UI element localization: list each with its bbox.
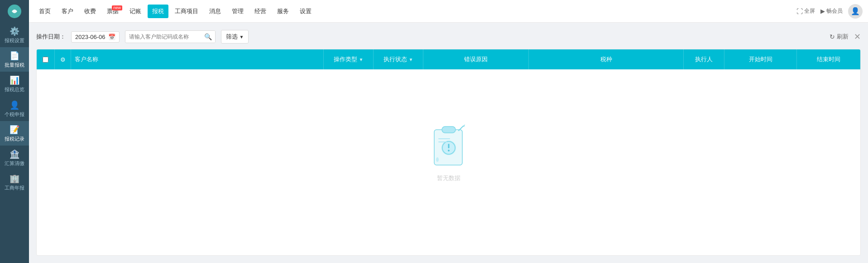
calendar-icon: 📅 (108, 34, 115, 40)
empty-text: 暂无数据 (437, 174, 460, 182)
nav-guanli[interactable]: 管理 (227, 5, 248, 18)
nav-xiaoxi[interactable]: 消息 (205, 5, 225, 18)
table-header: ⚙ 客户名称 操作类型 ▼ 执行状态 ▼ 错误原因 税种 (37, 49, 860, 69)
sidebar-item-geshuishenbao-label: 个税申报 (5, 112, 24, 117)
nav-baoshui[interactable]: 报税 (148, 5, 168, 18)
topnav: 首页 客户 收费 票据 new 记账 报税 工商项目 消息 管理 经营 服务 设… (29, 0, 868, 23)
refresh-button[interactable]: ↻ 刷新 (830, 33, 849, 41)
topnav-right: ⛶ 全屏 ▶ 畅会员 👤 (796, 4, 863, 19)
close-button[interactable]: ✕ (854, 33, 861, 41)
sidebar-item-baoshuishezhi-label: 报税设置 (5, 38, 24, 44)
th-checkbox[interactable] (37, 49, 55, 69)
svg-rect-2 (442, 127, 456, 133)
nav-piao[interactable]: 票据 new (102, 5, 123, 18)
filter-label: 筛选 (226, 33, 238, 41)
empty-illustration: 暂无数据 (426, 120, 471, 182)
sidebar-item-huisuanqingshu-label: 汇算清缴 (5, 161, 24, 166)
search-button[interactable]: 🔍 (201, 31, 216, 43)
gear-icon: ⚙ (60, 56, 66, 63)
filter-chevron-icon: ▼ (240, 34, 244, 39)
sidebar-item-gongshangnianba[interactable]: 🏢 工商年报 (0, 170, 29, 195)
geshuishenbao-icon: 👤 (10, 100, 19, 110)
member-btn[interactable]: ▶ 畅会员 (820, 7, 843, 15)
sidebar-item-baoshuishezhi[interactable]: ⚙️ 报税设置 (0, 23, 29, 47)
sidebar-item-gongshangnianba-label: 工商年报 (5, 185, 24, 191)
nav-shezhi[interactable]: 设置 (295, 5, 316, 18)
date-label: 操作日期： (36, 33, 66, 41)
piliangshuibao-icon: 📄 (10, 51, 19, 61)
filter-button[interactable]: 筛选 ▼ (221, 30, 249, 44)
svg-rect-5 (448, 144, 449, 148)
nav-shouye[interactable]: 首页 (34, 5, 55, 18)
sidebar-item-baoshuijilu[interactable]: 📝 报税记录 (0, 121, 29, 146)
th-errorreason: 错误原因 (423, 49, 529, 69)
content-area: 操作日期： 2023-06-06 📅 🔍 筛选 ▼ ↻ 刷新 ✕ (29, 23, 868, 263)
sidebar-item-baoshuizonglan-label: 报税总览 (5, 87, 24, 93)
piao-badge: new (112, 5, 122, 10)
fullscreen-btn[interactable]: ⛶ 全屏 (796, 7, 815, 15)
nav-gongshangxiangmu[interactable]: 工商项目 (170, 5, 203, 18)
baoshuijilu-icon: 📝 (10, 125, 19, 135)
avatar-icon: 👤 (851, 7, 860, 15)
toolbar-right: ↻ 刷新 ✕ (830, 33, 861, 41)
svg-marker-10 (463, 124, 465, 127)
th-taxtype: 税种 (529, 49, 684, 69)
table-body: 暂无数据 (37, 69, 860, 233)
main-container: 首页 客户 收费 票据 new 记账 报税 工商项目 消息 管理 经营 服务 设… (29, 0, 868, 263)
nav-jizhang[interactable]: 记账 (125, 5, 146, 18)
nav-fuwu[interactable]: 服务 (273, 5, 293, 18)
baoshuizonglan-icon: 📊 (10, 75, 19, 85)
huisuanqingshu-icon: 🏦 (10, 149, 19, 159)
nav-jingying[interactable]: 经营 (250, 5, 271, 18)
sidebar-item-geshuishenbao[interactable]: 👤 个税申报 (0, 97, 29, 121)
nav-shoufei[interactable]: 收费 (80, 5, 101, 18)
logo[interactable] (0, 0, 29, 23)
sidebar-item-piliangshuibao[interactable]: 📄 批量报税 (0, 47, 29, 72)
nav-kehu[interactable]: 客户 (57, 5, 78, 18)
th-optype[interactable]: 操作类型 ▼ (324, 49, 374, 69)
toolbar: 操作日期： 2023-06-06 📅 🔍 筛选 ▼ ↻ 刷新 ✕ (36, 30, 861, 44)
optype-sort-icon: ▼ (359, 57, 364, 62)
svg-point-6 (448, 150, 450, 151)
th-endtime: 结束时间 (797, 49, 860, 69)
member-icon: ▶ (820, 8, 825, 15)
fullscreen-icon: ⛶ (796, 8, 803, 15)
gongshangnianba-icon: 🏢 (10, 174, 19, 184)
refresh-icon: ↻ (830, 33, 835, 40)
svg-point-11 (436, 157, 439, 162)
select-all-checkbox[interactable] (43, 57, 48, 63)
th-customer: 客户名称 (71, 49, 324, 69)
status-sort-icon: ▼ (409, 57, 413, 62)
th-executor: 执行人 (684, 49, 724, 69)
user-avatar[interactable]: 👤 (848, 4, 863, 19)
date-value: 2023-06-06 (75, 34, 106, 40)
table-container: ⚙ 客户名称 操作类型 ▼ 执行状态 ▼ 错误原因 税种 (36, 49, 861, 256)
th-status[interactable]: 执行状态 ▼ (374, 49, 423, 69)
search-input[interactable] (125, 31, 201, 42)
sidebar-item-baoshuijilu-label: 报税记录 (5, 136, 24, 142)
baoshuishezhi-icon: ⚙️ (10, 26, 19, 36)
search-box: 🔍 (125, 30, 216, 43)
th-gear[interactable]: ⚙ (55, 49, 71, 69)
th-starttime: 开始时间 (724, 49, 797, 69)
date-picker[interactable]: 2023-06-06 📅 (71, 31, 120, 43)
sidebar-item-huisuanqingshu[interactable]: 🏦 汇算清缴 (0, 146, 29, 170)
sidebar: ⚙️ 报税设置 📄 批量报税 📊 报税总览 👤 个税申报 📝 报税记录 🏦 汇算… (0, 0, 29, 263)
sidebar-item-piliangshuibao-label: 批量报税 (5, 62, 24, 68)
sidebar-item-baoshuizonglan[interactable]: 📊 报税总览 (0, 72, 29, 96)
